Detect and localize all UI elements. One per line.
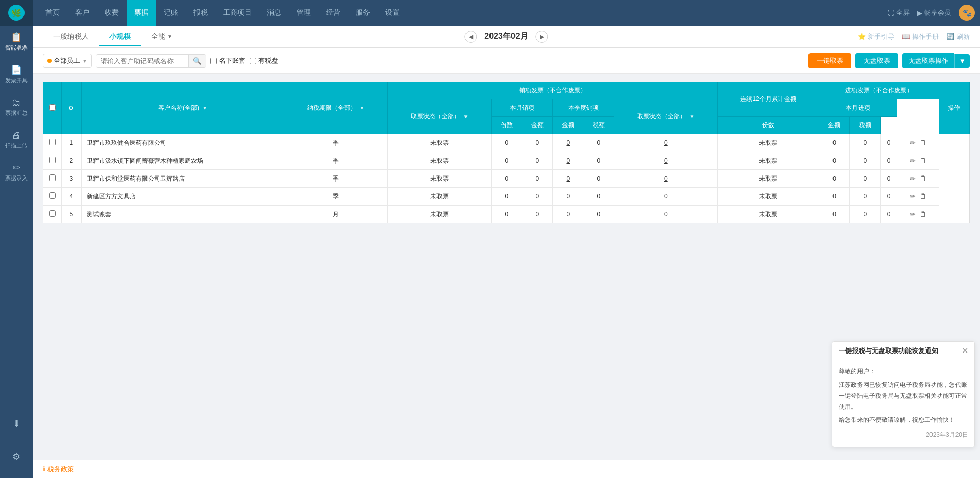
notification-close-btn[interactable]: ✕ — [962, 346, 968, 356]
name-account-label[interactable]: 名下账套 — [210, 56, 246, 65]
period-text: 2023年02月 — [484, 31, 528, 42]
nav-operation[interactable]: 经营 — [318, 0, 348, 26]
nav-collection[interactable]: 收费 — [97, 0, 127, 26]
sidebar-item-download[interactable]: ⬇ — [0, 408, 33, 440]
row-checkbox[interactable] — [49, 157, 56, 163]
nav-tax[interactable]: 报税 — [186, 0, 215, 26]
row-checkbox[interactable] — [49, 174, 56, 181]
row-cancel-status: 未取票 — [388, 134, 492, 152]
row-cancel-status: 未取票 — [388, 170, 492, 188]
row-edit-btn[interactable]: ✏ — [909, 191, 917, 202]
sidebar-item-smart-fetch[interactable]: 📋 智能取票 — [0, 26, 33, 58]
row-edit-btn[interactable]: ✏ — [909, 209, 917, 219]
table-row: 2 卫辉市汲水镇下圆闸蔷薇营木种植家庭农场 季 未取票 0 0 0 0 0 未取… — [43, 152, 970, 170]
row-detail-btn[interactable]: 🗒 — [918, 191, 927, 202]
has-tax-disk-label[interactable]: 有税盘 — [250, 56, 278, 65]
th-i-tax: 税额 — [850, 117, 880, 134]
row-input-status: 未取票 — [718, 206, 819, 223]
q-amount-link[interactable]: 0 — [566, 157, 570, 164]
has-tax-disk-checkbox[interactable] — [250, 58, 256, 64]
no-disk-fetch-btn[interactable]: 无盘取票 — [855, 53, 898, 68]
top-nav: 首页 客户 收费 票据 记账 报税 工商项目 消息 管理 经营 服务 设置 ⛶ … — [33, 0, 980, 26]
row-c-copies: 0 — [492, 170, 522, 188]
tab-general-taxpayer[interactable]: 一般纳税人 — [43, 28, 99, 46]
sidebar-item-issue-invoice[interactable]: 📄 发票开具 — [0, 58, 33, 91]
notification-title: 一键报税与无盘取票功能恢复通知 — [839, 346, 938, 356]
row-detail-btn[interactable]: 🗒 — [918, 209, 927, 219]
operation-manual-btn[interactable]: 📖 操作手册 — [902, 32, 939, 41]
sidebar-item-scan-upload[interactable]: 🖨 扫描上传 — [0, 123, 33, 156]
row-q-amount: 0 — [553, 134, 583, 152]
row-edit-btn[interactable]: ✏ — [909, 156, 917, 166]
select-all-checkbox[interactable] — [49, 104, 56, 111]
cumulative-link[interactable]: 0 — [664, 193, 668, 200]
tax-policy-link[interactable]: ℹ 税务政策 — [43, 465, 74, 474]
nav-home[interactable]: 首页 — [38, 0, 67, 26]
row-c-amount: 0 — [522, 134, 553, 152]
period-prev-btn[interactable]: ◀ — [464, 31, 477, 43]
nav-manage[interactable]: 管理 — [289, 0, 318, 26]
nav-accounting[interactable]: 记账 — [156, 0, 186, 26]
row-i-tax: 0 — [880, 170, 897, 188]
row-c-copies: 0 — [492, 188, 522, 206]
notification-header: 一键报税与无盘取票功能恢复通知 ✕ — [832, 342, 974, 360]
row-edit-btn[interactable]: ✏ — [909, 138, 917, 148]
q-amount-link[interactable]: 0 — [566, 193, 570, 200]
name-account-checkbox[interactable] — [210, 58, 217, 64]
vip-btn[interactable]: ▶ 畅享会员 — [917, 8, 951, 17]
app-logo[interactable]: 🌿 — [0, 0, 33, 26]
sidebar-item-invoice-entry[interactable]: ✏ 票据录入 — [0, 156, 33, 189]
cancel-status-filter-icon[interactable]: ▼ — [463, 114, 469, 119]
search-wrap: 🔍 — [96, 54, 206, 68]
fullscreen-btn[interactable]: ⛶ 全屏 — [888, 8, 910, 17]
q-amount-link[interactable]: 0 — [566, 211, 570, 218]
search-input[interactable] — [96, 55, 188, 67]
cumulative-link[interactable]: 0 — [664, 157, 668, 164]
row-checkbox[interactable] — [49, 139, 56, 145]
row-detail-btn[interactable]: 🗒 — [918, 173, 927, 184]
cumulative-link[interactable]: 0 — [664, 139, 668, 146]
tab-small-scale[interactable]: 小规模 — [99, 28, 141, 46]
cumulative-link[interactable]: 0 — [664, 175, 668, 182]
nav-service[interactable]: 服务 — [348, 0, 378, 26]
no-disk-operation-main-btn[interactable]: 无盘取票操作 — [902, 53, 954, 68]
notification-line3: 给您带来的不便敬请谅解，祝您工作愉快！ — [839, 415, 968, 426]
nav-settings[interactable]: 设置 — [378, 0, 407, 26]
row-i-tax: 0 — [880, 206, 897, 223]
employee-filter-select[interactable]: 全部员工 ▼ — [43, 54, 92, 68]
no-disk-operation-arrow-btn[interactable]: ▼ — [954, 54, 970, 68]
sidebar-item-invoice-summary[interactable]: 🗂 票据汇总 — [0, 91, 33, 123]
q-amount-link[interactable]: 0 — [566, 175, 570, 182]
row-checkbox[interactable] — [49, 192, 56, 199]
row-checkbox[interactable] — [49, 210, 56, 217]
row-edit-btn[interactable]: ✏ — [909, 173, 917, 184]
refresh-btn[interactable]: 🔄 刷新 — [946, 32, 970, 41]
tax-period-filter-icon[interactable]: ▼ — [359, 105, 364, 111]
row-i-amount: 0 — [850, 206, 880, 223]
row-detail-btn[interactable]: 🗒 — [918, 138, 927, 148]
th-current-quarter-cancel: 本季度销项 — [553, 99, 614, 117]
table-row: 5 测试账套 月 未取票 0 0 0 0 0 未取票 0 0 0 ✏ 🗒 — [43, 206, 970, 223]
row-actions: ✏ 🗒 — [897, 134, 939, 152]
input-status-filter-icon[interactable]: ▼ — [690, 114, 695, 119]
tab-all[interactable]: 全能 ▼ — [141, 28, 183, 46]
fullscreen-icon: ⛶ — [888, 9, 894, 17]
nav-business[interactable]: 工商项目 — [215, 0, 259, 26]
search-button[interactable]: 🔍 — [188, 55, 206, 67]
invoice-entry-icon: ✏ — [13, 163, 20, 172]
period-next-btn[interactable]: ▶ — [536, 31, 548, 43]
row-c-amount: 0 — [522, 170, 553, 188]
tab-all-chevron: ▼ — [167, 34, 173, 39]
nav-message[interactable]: 消息 — [259, 0, 289, 26]
one-key-fetch-btn[interactable]: 一键取票 — [808, 53, 851, 68]
nav-client[interactable]: 客户 — [67, 0, 97, 26]
new-guide-btn[interactable]: ⭐ 新手引导 — [857, 32, 894, 41]
client-name-filter-icon[interactable]: ▼ — [202, 105, 207, 111]
row-detail-btn[interactable]: 🗒 — [918, 156, 927, 166]
q-amount-link[interactable]: 0 — [566, 139, 570, 146]
nav-invoice[interactable]: 票据 — [127, 0, 156, 26]
new-guide-icon: ⭐ — [857, 33, 866, 40]
cumulative-link[interactable]: 0 — [664, 211, 668, 218]
sidebar-item-settings-bottom[interactable]: ⚙ — [0, 440, 33, 473]
user-avatar[interactable]: 🐾 — [959, 5, 975, 21]
